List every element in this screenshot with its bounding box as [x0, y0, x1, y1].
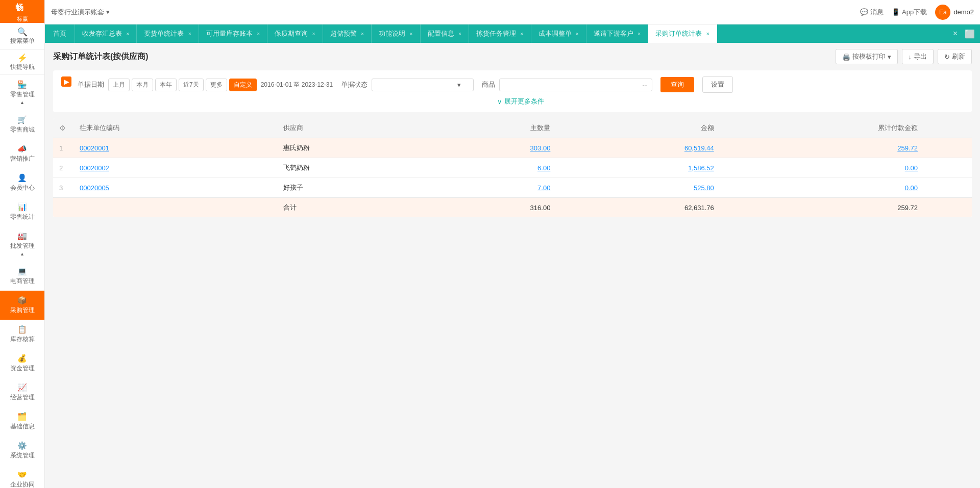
- sidebar-marketing-label: 营销推广: [10, 155, 35, 163]
- row3-qty: 7.00: [429, 178, 557, 198]
- tab-overstock-warning-close[interactable]: ×: [361, 31, 364, 37]
- column-settings-icon[interactable]: ⚙: [59, 124, 66, 132]
- message-button[interactable]: 💬 消息: [860, 8, 884, 17]
- refresh-button[interactable]: ↻ 刷新: [938, 49, 972, 64]
- sidebar-item-search[interactable]: 🔍 搜索菜单: [0, 23, 44, 50]
- user-profile[interactable]: Ea demo2: [935, 5, 974, 20]
- row1-code-link[interactable]: 00020001: [80, 144, 109, 152]
- btn-last7[interactable]: 近7天: [179, 79, 204, 91]
- close-window-button[interactable]: ×: [950, 27, 961, 40]
- sidebar-item-marketing[interactable]: 📣 营销推广: [0, 139, 44, 168]
- tab-cost-adjust-close[interactable]: ×: [576, 31, 579, 37]
- data-table: ⚙ 往来单位编码 供应商 主数量: [53, 118, 972, 217]
- row2-qty: 6.00: [429, 158, 557, 178]
- settings-button[interactable]: 设置: [702, 76, 733, 93]
- tab-invite-downstream[interactable]: 邀请下游客户 ×: [586, 24, 648, 43]
- topbar-right: 💬 消息 📱 App下载 Ea demo2: [860, 5, 974, 20]
- tab-available-inventory-close[interactable]: ×: [257, 31, 260, 37]
- tab-overstock-warning[interactable]: 超储预警 ×: [323, 24, 372, 43]
- sidebar-item-purchase[interactable]: 📦 采购管理: [0, 291, 44, 320]
- tab-order-stats-close[interactable]: ×: [188, 31, 191, 37]
- row3-amount-link[interactable]: 525.80: [694, 184, 714, 192]
- app-download-button[interactable]: 📱 App下载: [892, 8, 927, 17]
- sidebar-quicknav-label: 快捷导航: [0, 63, 44, 71]
- avatar: Ea: [935, 5, 950, 20]
- sidebar-item-retail-mgmt[interactable]: 🏪 零售管理 ▲: [0, 75, 44, 110]
- sidebar-item-operations[interactable]: 📈 经营管理: [0, 378, 44, 407]
- sidebar-item-sys-mgmt[interactable]: ⚙️ 系统管理: [0, 436, 44, 465]
- table-wrap: ⚙ 往来单位编码 供应商 主数量: [53, 118, 972, 217]
- tab-config[interactable]: 配置信息 ×: [421, 24, 469, 43]
- sidebar-wholesale-arrow: ▲: [20, 251, 24, 256]
- goods-label: 商品: [482, 80, 495, 89]
- row2-supplier: 飞鹤奶粉: [277, 158, 429, 178]
- tab-invite-downstream-close[interactable]: ×: [638, 31, 641, 37]
- sidebar-item-retail-stats[interactable]: 📊 零售统计: [0, 197, 44, 226]
- username: demo2: [953, 8, 974, 16]
- status-select-arrow: ▾: [457, 81, 461, 89]
- btn-last-month[interactable]: 上月: [108, 79, 130, 91]
- sidebar-item-wholesale[interactable]: 🏭 批发管理 ▲: [0, 226, 44, 262]
- template-print-arrow: ▾: [888, 53, 891, 61]
- table-row: 1 00020001 惠氏奶粉 303.00 60,519.44: [53, 138, 972, 158]
- btn-this-month[interactable]: 本月: [132, 79, 153, 91]
- tab-shelf-life-close[interactable]: ×: [312, 31, 315, 37]
- tab-recv-send-summary[interactable]: 收发存汇总表 ×: [75, 24, 137, 43]
- col-amount-header: 金额: [556, 118, 720, 138]
- workspace-selector[interactable]: 母婴行业演示账套 ▾: [51, 8, 110, 17]
- query-button[interactable]: 查询: [660, 77, 694, 92]
- col-settings: ⚙: [53, 118, 74, 138]
- sidebar-basic-info-label: 基础信息: [10, 422, 35, 431]
- tab-function-desc-close[interactable]: ×: [409, 31, 412, 37]
- sidebar-item-basic-info[interactable]: 🗂️ 基础信息: [0, 407, 44, 436]
- row2-paid: 0.00: [720, 158, 924, 178]
- sidebar-item-members[interactable]: 👤 会员中心: [0, 168, 44, 197]
- filter-toggle-arrow[interactable]: ▶: [61, 76, 71, 87]
- sidebar-item-finance[interactable]: 💰 资金管理: [0, 349, 44, 378]
- row2-code-link[interactable]: 00020002: [80, 164, 109, 172]
- date-range-text: 2016-01-01 至 2023-12-31: [261, 81, 333, 89]
- sidebar-item-enterprise[interactable]: 🤝 企业协同: [0, 465, 44, 488]
- status-select[interactable]: ▾: [372, 79, 474, 91]
- row1-amount-link[interactable]: 60,519.44: [684, 144, 714, 152]
- row3-paid-link[interactable]: 0.00: [905, 184, 918, 192]
- sidebar-search-label: 搜索菜单: [0, 37, 44, 45]
- tab-home[interactable]: 首页: [45, 24, 75, 43]
- sidebar-item-inventory[interactable]: 📋 库存核算: [0, 320, 44, 349]
- row2-paid-link[interactable]: 0.00: [905, 164, 918, 172]
- tab-function-desc[interactable]: 功能说明 ×: [372, 24, 420, 43]
- tab-shelf-life[interactable]: 保质期查询 ×: [267, 24, 323, 43]
- tab-pick-task[interactable]: 拣货任务管理 ×: [469, 24, 531, 43]
- tab-pick-task-close[interactable]: ×: [520, 31, 523, 37]
- sidebar-ecommerce-label: 电商管理: [10, 277, 35, 286]
- btn-this-year[interactable]: 本年: [155, 79, 177, 91]
- row1-index: 1: [53, 138, 74, 158]
- row2-qty-link[interactable]: 6.00: [537, 164, 550, 172]
- date-range-display: 2016-01-01 至 2023-12-31: [261, 81, 333, 89]
- btn-custom-date[interactable]: 自定义: [229, 79, 257, 91]
- row1-qty: 303.00: [429, 138, 557, 158]
- tab-cost-adjust[interactable]: 成本调整单 ×: [531, 24, 586, 43]
- btn-more-date[interactable]: 更多: [206, 79, 227, 91]
- tab-recv-send-close[interactable]: ×: [126, 31, 129, 37]
- row3-code-link[interactable]: 00020005: [80, 184, 109, 192]
- row2-amount-link[interactable]: 1,586.52: [688, 164, 714, 172]
- footer-label: 合计: [277, 198, 429, 218]
- col-extra: [924, 118, 972, 138]
- sidebar-item-ecommerce[interactable]: 💻 电商管理: [0, 262, 44, 291]
- tab-purchase-order-stats[interactable]: 采购订单统计表 ×: [648, 24, 717, 43]
- row1-paid-link[interactable]: 259.72: [897, 144, 918, 152]
- tab-order-stats[interactable]: 要货单统计表 ×: [137, 24, 199, 43]
- sidebar-item-retail-mall[interactable]: 🛒 零售商城: [0, 110, 44, 139]
- row3-qty-link[interactable]: 7.00: [537, 184, 550, 192]
- export-button[interactable]: ↓ 导出: [902, 49, 934, 64]
- tab-config-close[interactable]: ×: [458, 31, 461, 37]
- expand-more-button[interactable]: ∨ 展开更多条件: [78, 97, 964, 106]
- restore-window-button[interactable]: ⬜: [962, 27, 978, 41]
- tab-available-inventory[interactable]: 可用量库存账本 ×: [199, 24, 267, 43]
- template-print-button[interactable]: 🖨️ 按模板打印 ▾: [836, 49, 898, 64]
- sidebar-item-quicknav[interactable]: ⚡ 快捷导航: [0, 50, 44, 75]
- goods-input[interactable]: ···: [499, 79, 652, 91]
- row1-qty-link[interactable]: 303.00: [530, 144, 551, 152]
- tab-purchase-order-stats-close[interactable]: ×: [706, 31, 709, 37]
